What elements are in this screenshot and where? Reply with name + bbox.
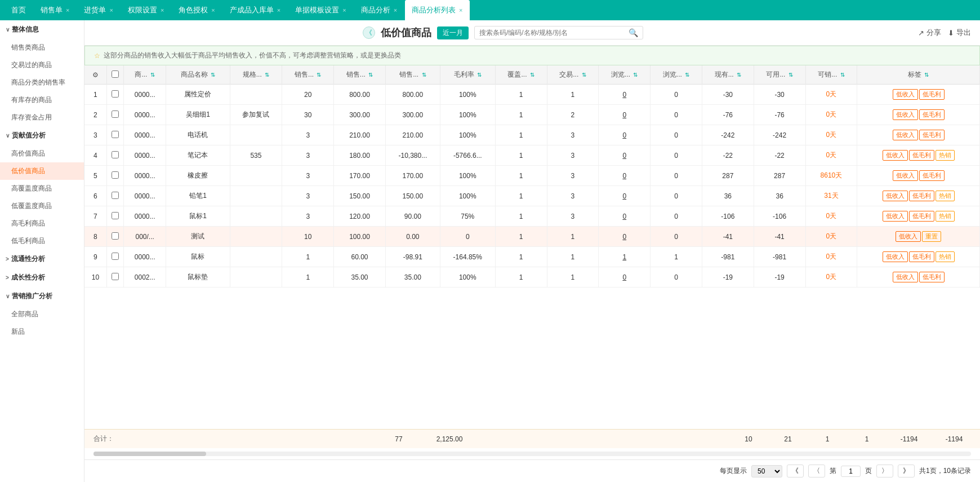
horizontal-scrollbar[interactable] xyxy=(93,452,971,456)
row-checkbox[interactable] xyxy=(112,192,119,199)
th-view1[interactable]: 浏览... ⇅ xyxy=(599,65,651,85)
search-input[interactable] xyxy=(479,29,629,37)
row-view1[interactable]: 0 xyxy=(599,145,651,166)
share-button[interactable]: ↗ 分享 xyxy=(918,28,941,38)
sidebar-group-growth[interactable]: > 成长性分析 xyxy=(0,268,84,287)
close-icon[interactable]: × xyxy=(459,7,462,14)
th-name[interactable]: 商品名称 ⇅ xyxy=(166,65,230,85)
close-icon[interactable]: × xyxy=(394,7,397,14)
view1-link[interactable]: 0 xyxy=(622,213,626,220)
th-available[interactable]: 可用... ⇅ xyxy=(754,65,805,85)
per-page-select[interactable]: 50 100 200 xyxy=(751,465,782,477)
view1-link[interactable]: 1 xyxy=(622,253,626,261)
row-checkbox[interactable] xyxy=(112,110,119,118)
sidebar-item-sales-goods[interactable]: 销售类商品 xyxy=(0,39,84,56)
row-view1[interactable]: 0 xyxy=(599,105,651,125)
sidebar-item-low-coverage[interactable]: 低覆盖度商品 xyxy=(0,197,84,215)
row-checkbox[interactable] xyxy=(112,253,119,260)
nav-template[interactable]: 单据模板设置 × xyxy=(288,0,353,20)
sidebar-item-stock-goods[interactable]: 有库存的商品 xyxy=(0,91,84,109)
view1-link[interactable]: 0 xyxy=(622,152,626,160)
row-checkbox-cell[interactable] xyxy=(106,145,123,166)
row-checkbox-cell[interactable] xyxy=(106,267,123,288)
sidebar-group-overall[interactable]: ∨ 整体信息 xyxy=(0,20,84,39)
row-checkbox[interactable] xyxy=(112,212,119,219)
close-icon[interactable]: × xyxy=(342,7,346,14)
close-icon[interactable]: × xyxy=(66,7,69,14)
th-tags[interactable]: 标签 ⇅ xyxy=(857,65,980,85)
nav-role[interactable]: 角色授权 × xyxy=(172,0,221,20)
first-page-button[interactable]: 《 xyxy=(787,465,804,477)
close-icon[interactable]: × xyxy=(161,7,164,14)
row-checkbox[interactable] xyxy=(112,131,119,138)
row-view1[interactable]: 0 xyxy=(599,85,651,105)
nav-goods-analysis[interactable]: 商品分析 × xyxy=(354,0,404,20)
th-settings[interactable]: ⚙ xyxy=(84,65,106,85)
view1-link[interactable]: 0 xyxy=(622,91,626,99)
th-spec[interactable]: 规格... ⇅ xyxy=(230,65,282,85)
sidebar-group-marketing[interactable]: ∨ 营销推广分析 xyxy=(0,287,84,306)
sidebar-item-high-coverage[interactable]: 高覆盖度商品 xyxy=(0,180,84,197)
view1-link[interactable]: 0 xyxy=(622,192,626,200)
scrollbar-thumb[interactable] xyxy=(93,452,206,456)
search-icon[interactable]: 🔍 xyxy=(629,28,638,37)
row-checkbox-cell[interactable] xyxy=(106,206,123,227)
row-view1[interactable]: 0 xyxy=(599,166,651,186)
view1-link[interactable]: 0 xyxy=(622,111,626,119)
close-icon[interactable]: × xyxy=(277,7,280,14)
nav-purchase[interactable]: 进货单 × xyxy=(77,0,119,20)
th-sales1[interactable]: 销售... ⇅ xyxy=(282,65,334,85)
th-coverage[interactable]: 覆盖... ⇅ xyxy=(495,65,547,85)
sidebar-item-category-rate[interactable]: 商品分类的销售率 xyxy=(0,74,84,91)
row-checkbox-cell[interactable] xyxy=(106,105,123,125)
view1-link[interactable]: 0 xyxy=(622,172,626,180)
sidebar-item-all-goods[interactable]: 全部商品 xyxy=(0,306,84,323)
row-view1[interactable]: 0 xyxy=(599,206,651,227)
nav-product-in[interactable]: 产成品入库单 × xyxy=(223,0,287,20)
row-checkbox-cell[interactable] xyxy=(106,186,123,206)
sidebar-item-low-profit[interactable]: 低毛利商品 xyxy=(0,232,84,250)
row-checkbox[interactable] xyxy=(112,273,119,280)
row-checkbox[interactable] xyxy=(112,90,119,98)
sidebar-item-new-goods[interactable]: 新品 xyxy=(0,323,84,341)
nav-goods-list[interactable]: 商品分析列表 × xyxy=(405,0,469,20)
sidebar-group-contribution[interactable]: ∨ 贡献值分析 xyxy=(0,126,84,145)
page-number-input[interactable] xyxy=(841,466,861,477)
row-checkbox-cell[interactable] xyxy=(106,85,123,105)
row-checkbox-cell[interactable] xyxy=(106,125,123,145)
sidebar-item-high-value[interactable]: 高价值商品 xyxy=(0,145,84,162)
sidebar-group-flow[interactable]: > 流通性分析 xyxy=(0,250,84,268)
th-checkbox[interactable] xyxy=(106,65,123,85)
row-view1[interactable]: 0 xyxy=(599,125,651,145)
select-all-checkbox[interactable] xyxy=(112,70,119,78)
nav-home[interactable]: 首页 xyxy=(5,0,33,20)
row-checkbox-cell[interactable] xyxy=(106,166,123,186)
filter-period-button[interactable]: 近一月 xyxy=(437,26,469,39)
nav-permission[interactable]: 权限设置 × xyxy=(121,0,171,20)
th-view2[interactable]: 浏览... ⇅ xyxy=(651,65,702,85)
next-page-button[interactable]: 〉 xyxy=(876,465,893,477)
row-view1[interactable]: 0 xyxy=(599,186,651,206)
th-gross-margin[interactable]: 毛利率 ⇅ xyxy=(440,65,495,85)
row-checkbox[interactable] xyxy=(112,232,119,240)
sidebar-item-low-value[interactable]: 低价值商品 xyxy=(0,162,84,180)
sidebar-item-traded-goods[interactable]: 交易过的商品 xyxy=(0,56,84,74)
row-checkbox[interactable] xyxy=(112,171,119,179)
sidebar-item-stock-capital[interactable]: 库存资金占用 xyxy=(0,109,84,126)
row-checkbox-cell[interactable] xyxy=(106,247,123,267)
prev-page-button[interactable]: 〈 xyxy=(808,465,825,477)
th-sellable[interactable]: 可销... ⇅ xyxy=(805,65,857,85)
view1-link[interactable]: 0 xyxy=(622,131,626,139)
last-page-button[interactable]: 》 xyxy=(898,465,915,477)
row-checkbox-cell[interactable] xyxy=(106,227,123,247)
sidebar-item-high-profit[interactable]: 高毛利商品 xyxy=(0,215,84,232)
th-current[interactable]: 现有... ⇅ xyxy=(702,65,754,85)
row-view1[interactable]: 0 xyxy=(599,267,651,288)
close-icon[interactable]: × xyxy=(211,7,215,14)
th-code[interactable]: 商... ⇅ xyxy=(123,65,166,85)
nav-sales[interactable]: 销售单 × xyxy=(34,0,76,20)
sidebar-collapse-button[interactable]: 《 xyxy=(363,26,375,39)
th-sales2[interactable]: 销售... ⇅ xyxy=(334,65,386,85)
th-sales3[interactable]: 销售... ⇅ xyxy=(385,65,440,85)
view1-link[interactable]: 0 xyxy=(622,273,626,281)
